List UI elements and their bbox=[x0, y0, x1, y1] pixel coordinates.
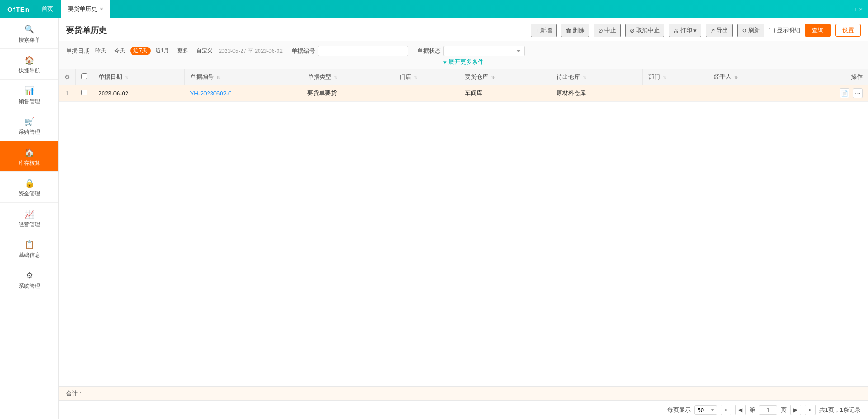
sidebar-item-operations-label: 经营管理 bbox=[19, 221, 40, 229]
pill-custom[interactable]: 自定义 bbox=[193, 47, 216, 55]
sidebar-item-search-menu[interactable]: 🔍 搜索菜单 bbox=[0, 18, 58, 49]
th-store-label: 门店 bbox=[400, 73, 411, 80]
pill-yesterday[interactable]: 昨天 bbox=[92, 47, 109, 55]
bill-status-select[interactable] bbox=[443, 46, 525, 56]
system-icon: ⚙ bbox=[26, 271, 33, 281]
expand-more-icon: ▾ bbox=[443, 59, 447, 66]
table-body: 1 2023-06-02 YH-20230602-0 要货单要货 车间库 原材料… bbox=[59, 85, 868, 102]
sidebar: 🔍 搜索菜单 🏠 快捷导航 📊 销售管理 🛒 采购管理 🏠 库存核算 🔒 资金管… bbox=[0, 18, 59, 419]
purchase-icon: 🛒 bbox=[24, 117, 34, 127]
delete-button[interactable]: 🗑 删除 bbox=[561, 24, 589, 37]
refresh-icon: ↻ bbox=[742, 27, 747, 34]
table-row: 1 2023-06-02 YH-20230602-0 要货单要货 车间库 原材料… bbox=[59, 85, 868, 102]
minimize-btn[interactable]: — bbox=[843, 6, 849, 13]
cell-date: 2023-06-02 bbox=[93, 85, 185, 102]
bill-number-input[interactable] bbox=[318, 46, 408, 56]
stop-icon: ⊘ bbox=[598, 27, 603, 34]
sidebar-item-finance-label: 资金管理 bbox=[19, 190, 40, 198]
th-req-warehouse[interactable]: 要货仓库 ⇅ bbox=[459, 69, 551, 85]
print-button[interactable]: 🖨 打印 ▾ bbox=[669, 24, 701, 37]
expand-more-btn[interactable]: ▾ 展开更多条件 bbox=[66, 56, 861, 66]
select-all-checkbox[interactable] bbox=[81, 73, 87, 79]
view-op-btn[interactable]: 📄 bbox=[840, 88, 849, 98]
sidebar-item-quick-nav-label: 快捷导航 bbox=[19, 67, 40, 75]
display-detail-label: 显示明细 bbox=[777, 26, 800, 34]
stop-button[interactable]: ⊘ 中止 bbox=[594, 24, 621, 37]
th-department-sort-icon: ⇅ bbox=[663, 75, 666, 80]
th-pending-warehouse[interactable]: 待出仓库 ⇅ bbox=[551, 69, 643, 85]
delete-icon: 🗑 bbox=[566, 27, 571, 34]
close-tab-icon[interactable]: × bbox=[100, 6, 103, 12]
cell-handler bbox=[708, 85, 787, 102]
prev-page-btn[interactable]: ◀ bbox=[735, 405, 746, 415]
row-checkbox[interactable] bbox=[81, 90, 87, 95]
refresh-button[interactable]: ↻ 刷新 bbox=[737, 24, 764, 37]
settings-button[interactable]: 设置 bbox=[835, 24, 861, 37]
sidebar-item-basic-info[interactable]: 📋 基础信息 bbox=[0, 233, 58, 264]
sales-icon: 📊 bbox=[24, 86, 34, 96]
current-page-input[interactable] bbox=[759, 405, 777, 415]
export-icon: ↗ bbox=[710, 27, 715, 34]
sidebar-item-sales-label: 销售管理 bbox=[19, 98, 40, 105]
query-button[interactable]: 查询 bbox=[805, 24, 831, 37]
cancel-stop-button[interactable]: ⊘ 取消中止 bbox=[625, 24, 664, 37]
th-pending-warehouse-label: 待出仓库 bbox=[557, 73, 580, 80]
th-number-sort-icon: ⇅ bbox=[217, 75, 220, 80]
export-button[interactable]: ↗ 导出 bbox=[706, 24, 733, 37]
content-area: 要货单历史 + 新增 🗑 删除 ⊘ 中止 ⊘ 取消中止 🖨 打印 bbox=[59, 18, 868, 419]
pill-today[interactable]: 今天 bbox=[111, 47, 128, 55]
last-page-btn[interactable]: » bbox=[805, 405, 816, 415]
table-footer: 合计： bbox=[59, 386, 868, 400]
display-detail-checkbox[interactable] bbox=[769, 28, 775, 33]
tab-active[interactable]: 要货单历史 × bbox=[61, 0, 110, 18]
sidebar-item-quick-nav[interactable]: 🏠 快捷导航 bbox=[0, 49, 58, 80]
sidebar-item-search-menu-label: 搜索菜单 bbox=[19, 36, 40, 44]
th-type-sort-icon: ⇅ bbox=[334, 75, 337, 80]
sidebar-item-sales[interactable]: 📊 销售管理 bbox=[0, 80, 58, 110]
sidebar-item-inventory[interactable]: 🏠 库存核算 bbox=[0, 141, 58, 172]
filter-group-bill-status: 单据状态 bbox=[417, 46, 525, 56]
sidebar-item-finance[interactable]: 🔒 资金管理 bbox=[0, 172, 58, 203]
row-num: 1 bbox=[59, 85, 76, 102]
table-header-row: ⚙ 单据日期 ⇅ 单据编号 ⇅ bbox=[59, 69, 868, 85]
maximize-btn[interactable]: □ bbox=[852, 6, 856, 13]
th-date[interactable]: 单据日期 ⇅ bbox=[93, 69, 185, 85]
next-page-btn[interactable]: ▶ bbox=[790, 405, 801, 415]
expand-more-label: 展开更多条件 bbox=[448, 58, 484, 66]
first-page-btn[interactable]: « bbox=[721, 405, 731, 415]
tab-home[interactable]: 首页 bbox=[34, 0, 61, 18]
date-label: 单据日期 bbox=[66, 47, 90, 55]
th-settings[interactable]: ⚙ bbox=[59, 69, 76, 85]
cell-number-link[interactable]: YH-20230602-0 bbox=[190, 90, 232, 97]
total-label: 合计： bbox=[66, 390, 84, 398]
pill-more[interactable]: 更多 bbox=[174, 47, 191, 55]
th-department[interactable]: 部门 ⇅ bbox=[643, 69, 708, 85]
filter-group-bill-number: 单据编号 bbox=[292, 46, 408, 56]
more-op-btn[interactable]: ⋯ bbox=[853, 88, 863, 98]
th-store-sort-icon: ⇅ bbox=[414, 75, 417, 80]
column-settings-icon[interactable]: ⚙ bbox=[64, 73, 70, 81]
th-store[interactable]: 门店 ⇅ bbox=[394, 69, 459, 85]
sidebar-item-system[interactable]: ⚙ 系统管理 bbox=[0, 264, 58, 295]
pill-1month[interactable]: 近1月 bbox=[152, 47, 173, 55]
th-department-label: 部门 bbox=[648, 73, 660, 80]
window-close-btn[interactable]: × bbox=[859, 6, 863, 13]
th-type[interactable]: 单据类型 ⇅ bbox=[302, 69, 394, 85]
sidebar-item-operations[interactable]: 📈 经营管理 bbox=[0, 203, 58, 233]
th-number-label: 单据编号 bbox=[190, 73, 214, 80]
page-size-select[interactable]: 50 20 100 200 bbox=[694, 405, 717, 415]
delete-label: 删除 bbox=[573, 26, 585, 34]
th-handler[interactable]: 经手人 ⇅ bbox=[708, 69, 787, 85]
pill-7days[interactable]: 近7天 bbox=[130, 47, 151, 55]
page-last-label: 页 bbox=[781, 406, 787, 414]
display-detail-toggle[interactable]: 显示明细 bbox=[769, 26, 800, 34]
th-type-label: 单据类型 bbox=[308, 73, 331, 80]
cell-store bbox=[394, 85, 459, 102]
th-req-warehouse-sort-icon: ⇅ bbox=[491, 75, 495, 80]
sidebar-item-purchase[interactable]: 🛒 采购管理 bbox=[0, 110, 58, 141]
add-button[interactable]: + 新增 bbox=[531, 24, 557, 37]
sidebar-item-purchase-label: 采购管理 bbox=[19, 129, 40, 136]
print-label: 打印 bbox=[680, 26, 692, 34]
quick-nav-icon: 🏠 bbox=[24, 55, 34, 65]
th-number[interactable]: 单据编号 ⇅ bbox=[185, 69, 302, 85]
